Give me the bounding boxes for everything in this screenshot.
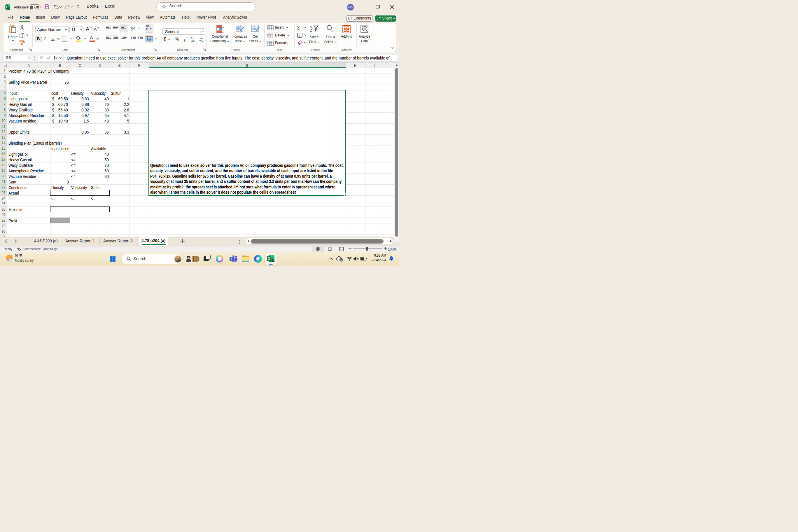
svg-text:X: X: [5, 5, 7, 8]
svg-text:A: A: [310, 25, 312, 28]
svg-text:T: T: [231, 257, 232, 261]
svg-text:.00: .00: [191, 39, 194, 42]
svg-text:X: X: [268, 256, 270, 261]
svg-text:.0: .0: [201, 39, 203, 42]
